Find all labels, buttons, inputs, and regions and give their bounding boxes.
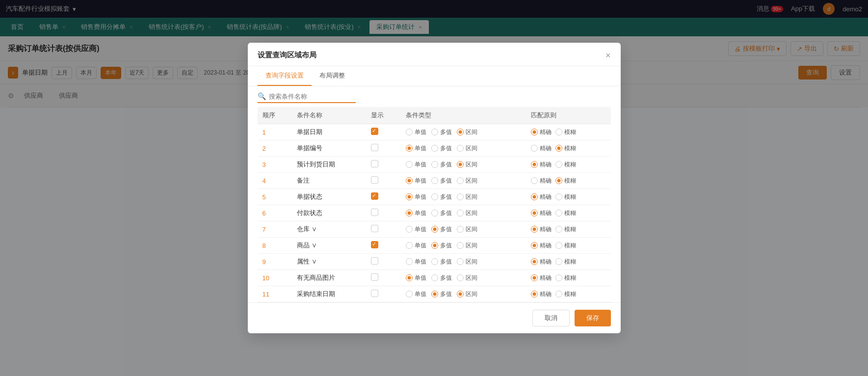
col-display-header: 显示 (366, 107, 401, 107)
search-wrap: 🔍 (258, 92, 356, 103)
modal-search-area: 🔍 (248, 86, 621, 107)
modal-tabs: 查询字段设置 布局调整 (248, 66, 621, 86)
col-condtype-header: 条件类型 (401, 107, 526, 107)
search-icon: 🔍 (258, 92, 266, 100)
search-input[interactable] (269, 93, 347, 100)
modal-tab-layout[interactable]: 布局调整 (312, 66, 353, 86)
modal-header: 设置查询区域布局 × (248, 43, 621, 66)
modal-tab-query-fields[interactable]: 查询字段设置 (258, 66, 312, 86)
col-condname-header: 条件名称 (292, 107, 366, 107)
modal-close-button[interactable]: × (605, 51, 611, 60)
modal-title: 设置查询区域布局 (258, 51, 316, 60)
modal-conditions-table: 顺序 条件名称 显示 条件类型 匹配原则 (248, 107, 621, 107)
modal-dialog: 设置查询区域布局 × 查询字段设置 布局调整 🔍 (248, 43, 621, 107)
col-matchrule-header: 匹配原则 (526, 107, 610, 107)
col-order-header: 顺序 (258, 107, 292, 107)
modal-overlay: 设置查询区域布局 × 查询字段设置 布局调整 🔍 (0, 0, 868, 107)
